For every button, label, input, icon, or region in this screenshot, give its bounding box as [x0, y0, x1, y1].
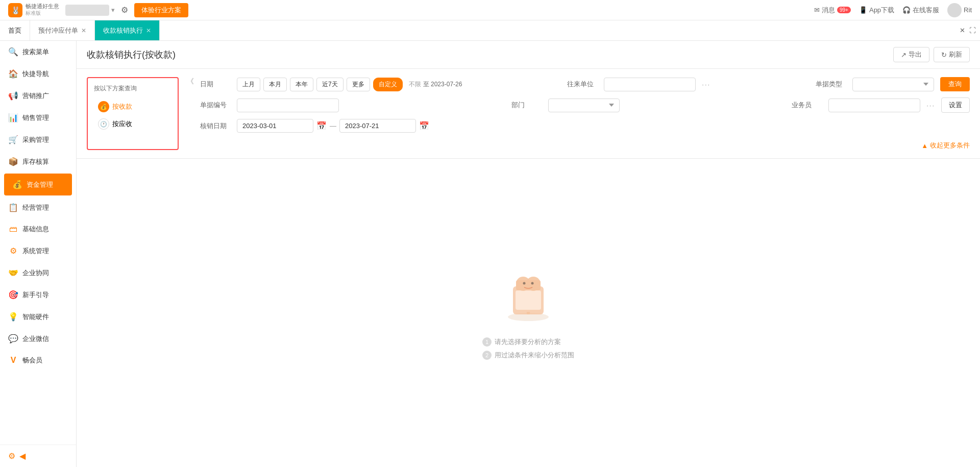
step-2-num: 2	[482, 351, 492, 360]
doc-no-label: 单据编号	[200, 101, 231, 110]
date-btn-last-7-days[interactable]: 近7天	[316, 78, 344, 91]
sidebar-item-search-menu[interactable]: 🔍 搜索菜单	[0, 41, 76, 63]
online-service-action[interactable]: 🎧 在线客服	[902, 6, 939, 15]
date-nolimit-group: 不限 至 2023-07-26	[409, 80, 462, 89]
sidebar-label-operation: 经营管理	[22, 203, 49, 212]
empty-step-1: 1 请先选择要分析的方案	[482, 337, 574, 347]
salesperson-label: 业务员	[792, 101, 822, 110]
date-range-separator: —	[330, 122, 336, 130]
sidebar-item-wechat[interactable]: 💬 企业微信	[0, 328, 76, 350]
sidebar-item-enterprise[interactable]: 🤝 企业协同	[0, 262, 76, 284]
brand-name: 畅捷通好生意	[26, 3, 59, 10]
settings-bottom-icon[interactable]: ⚙	[8, 451, 15, 461]
user-info[interactable]: Rit	[947, 3, 972, 17]
date-btn-more[interactable]: 更多	[347, 78, 370, 91]
svg-point-6	[523, 282, 526, 285]
date-label: 日期	[200, 80, 231, 89]
refresh-button[interactable]: ↻ 刷新	[934, 47, 970, 62]
filter-option-by-receipt[interactable]: 💰 按收款	[94, 98, 172, 115]
filter-layout: 按以下方案查询 💰 按收款 🕐 按应收 《 日期	[87, 77, 970, 150]
doc-no-input[interactable]	[237, 99, 339, 112]
sidebar: 🔍 搜索菜单 🏠 快捷导航 📢 营销推广 📊 销售管理 🛒 采购管理 📦 库存核…	[0, 41, 77, 467]
sidebar-item-marketing[interactable]: 📢 营销推广	[0, 85, 76, 107]
basic-info-icon: 🗃	[8, 225, 18, 234]
main-layout: 🔍 搜索菜单 🏠 快捷导航 📢 营销推广 📊 销售管理 🛒 采购管理 📦 库存核…	[0, 41, 980, 467]
partner-label: 往来单位	[567, 80, 598, 89]
doc-type-select[interactable]	[852, 78, 934, 91]
filter-option-by-receivable[interactable]: 🕐 按应收	[94, 115, 172, 133]
settings-button[interactable]: 设置	[941, 97, 970, 113]
enterprise-icon: 🤝	[8, 268, 18, 278]
industry-button[interactable]: 体验行业方案	[134, 3, 188, 17]
export-button[interactable]: ↗ 导出	[893, 47, 929, 62]
tab-receipt-writeoff[interactable]: 收款核销执行 ✕	[95, 20, 160, 40]
writeoff-end-cal-icon[interactable]: 📅	[419, 121, 429, 131]
tab-expand-icon[interactable]: ⛶	[969, 27, 976, 34]
brand-icon: 🐰	[8, 3, 22, 17]
sidebar-bottom: ⚙ ◀	[0, 445, 76, 467]
date-btn-custom[interactable]: 自定义	[373, 78, 403, 91]
salesperson-input[interactable]	[828, 99, 920, 112]
page-header-actions: ↗ 导出 ↻ 刷新	[893, 47, 970, 62]
brand-sub: 标准版	[26, 10, 59, 17]
date-btn-this-year[interactable]: 本年	[290, 78, 313, 91]
topbar-right: ✉ 消息 99+ 📱 App下载 🎧 在线客服 Rit	[814, 3, 972, 17]
gear-icon[interactable]: ⚙	[121, 5, 128, 15]
collapse-more-btn[interactable]: ▲ 收起更多条件	[200, 141, 970, 150]
tab-receipt-writeoff-label: 收款核销执行	[103, 26, 143, 35]
filter-row-2: 单据编号 部门 业务员 ··· 设置	[200, 97, 970, 113]
company-name	[65, 5, 109, 16]
tab-prepay-close[interactable]: ✕	[81, 27, 86, 34]
sidebar-item-guide[interactable]: 🎯 新手引导	[0, 284, 76, 306]
sidebar-item-member[interactable]: V 畅会员	[0, 350, 76, 371]
export-icon: ↗	[901, 51, 906, 59]
sidebar-label-guide: 新手引导	[22, 290, 49, 300]
chevron-down-icon: ▾	[111, 6, 115, 14]
date-btn-last-month[interactable]: 上月	[237, 78, 260, 91]
dept-label: 部门	[511, 101, 542, 110]
sidebar-item-basic-info[interactable]: 🗃 基础信息	[0, 218, 76, 240]
tab-home[interactable]: 首页	[0, 20, 30, 40]
date-quick-buttons: 上月 本月 本年 近7天 更多 自定义	[237, 78, 403, 91]
sidebar-item-quick-nav[interactable]: 🏠 快捷导航	[0, 63, 76, 85]
partner-more-icon[interactable]: ···	[702, 81, 710, 88]
sidebar-item-purchase[interactable]: 🛒 采购管理	[0, 129, 76, 151]
message-badge: 99+	[837, 7, 851, 13]
service-icon: 🎧	[902, 6, 911, 14]
system-icon: ⚙	[8, 246, 18, 256]
query-button[interactable]: 查询	[940, 77, 970, 91]
tabbar: 首页 预付冲应付单 ✕ 收款核销执行 ✕ ✕ ⛶	[0, 20, 980, 41]
tab-receipt-writeoff-close[interactable]: ✕	[146, 27, 151, 34]
sidebar-item-inventory[interactable]: 📦 库存核算	[0, 151, 76, 173]
export-label: 导出	[909, 50, 922, 59]
date-btn-this-month[interactable]: 本月	[263, 78, 287, 91]
empty-illustration	[498, 266, 559, 327]
app-download-action[interactable]: 📱 App下载	[859, 6, 894, 15]
svg-rect-5	[516, 280, 541, 290]
sidebar-label-system: 系统管理	[22, 247, 49, 256]
message-action[interactable]: ✉ 消息 99+	[814, 6, 851, 15]
svg-rect-2	[516, 290, 541, 310]
sidebar-item-operation[interactable]: 📋 经营管理	[0, 196, 76, 218]
filter-sidebar-collapse-icon[interactable]: 《	[187, 77, 194, 150]
partner-input[interactable]	[604, 78, 696, 91]
writeoff-date-start-input[interactable]	[237, 119, 313, 133]
sidebar-label-enterprise: 企业协同	[22, 268, 49, 278]
sidebar-item-smart-hw[interactable]: 💡 智能硬件	[0, 306, 76, 328]
receipt-option-icon: 💰	[98, 101, 109, 112]
tab-close-all-icon[interactable]: ✕	[960, 27, 965, 34]
refresh-icon: ↻	[941, 51, 947, 59]
sidebar-item-finance[interactable]: 💰 资金管理	[4, 174, 72, 195]
tab-prepay[interactable]: 预付冲应付单 ✕	[30, 20, 95, 40]
sidebar-item-sales[interactable]: 📊 销售管理	[0, 107, 76, 129]
filter-form: 日期 上月 本月 本年 近7天 更多 自定义 不限 至 2023-07-26	[200, 77, 970, 150]
salesperson-more-icon[interactable]: ···	[926, 102, 935, 109]
filter-option-receipt-label: 按收款	[112, 102, 132, 111]
writeoff-date-end-input[interactable]	[339, 119, 416, 133]
company-selector[interactable]: ▾	[65, 5, 115, 16]
dept-select[interactable]	[548, 99, 620, 112]
writeoff-start-cal-icon[interactable]: 📅	[316, 121, 327, 131]
filter-panel: 按以下方案查询 💰 按收款 🕐 按应收 《 日期	[77, 69, 980, 159]
collapse-sidebar-icon[interactable]: ◀	[19, 451, 26, 461]
sidebar-item-system[interactable]: ⚙ 系统管理	[0, 240, 76, 262]
